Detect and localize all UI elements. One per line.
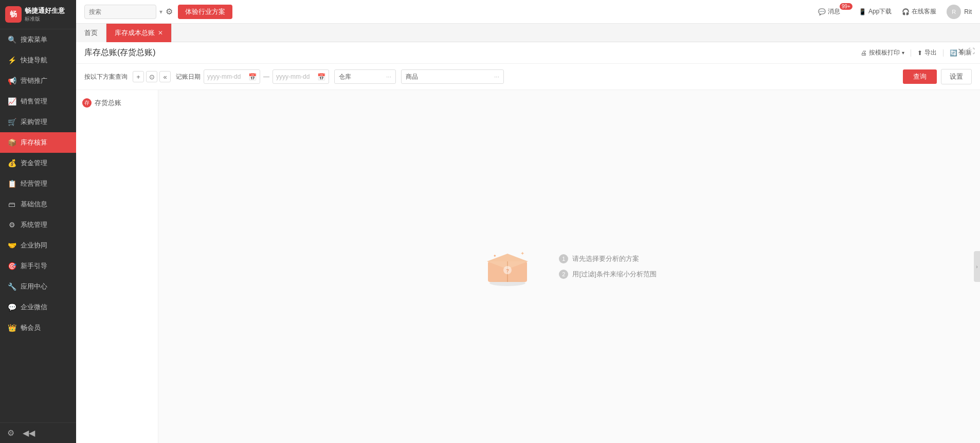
scheme-manage-btn[interactable]: ⊙: [146, 71, 157, 82]
sidebar-item-marketing[interactable]: 📢 营销推广: [0, 70, 76, 91]
export-icon: ⬆: [917, 49, 922, 57]
filter-product-group: 商品 ···: [401, 69, 504, 84]
settings-bottom-icon[interactable]: ⚙: [7, 428, 14, 438]
filter-date-start[interactable]: yyyy-mm-dd 📅: [204, 69, 260, 84]
filter-bar: 按以下方案查询 + ⊙ « 记账日期 yyyy-mm-dd 📅 — yyyy-m…: [76, 64, 980, 90]
empty-icon-area: ? ✦ ✦: [482, 241, 543, 292]
wecom-icon: 💬: [7, 303, 16, 312]
topbar-search-input[interactable]: [84, 5, 156, 19]
topbar-chevron-icon[interactable]: ▾: [159, 8, 162, 15]
sidebar-item-shortcut[interactable]: ⚡ 快捷导航: [0, 50, 76, 70]
sidebar-item-funds[interactable]: 💰 资金管理: [0, 153, 76, 173]
svg-text:✦: ✦: [493, 254, 497, 258]
print-icon: 🖨: [861, 49, 867, 57]
collab-icon: 🤝: [7, 241, 16, 250]
product-more-icon: ···: [494, 73, 499, 80]
topbar-right: 💬 消息 99+ 📱 App下载 🎧 在线客服 R Rit: [818, 5, 972, 19]
sidebar-item-member[interactable]: 👑 畅会员: [0, 317, 76, 338]
left-panel: 存 存货总账: [76, 90, 158, 443]
tab-home[interactable]: 首页: [76, 24, 106, 42]
message-icon: 💬: [818, 8, 826, 15]
left-panel-item-inventory[interactable]: 存 存货总账: [76, 94, 158, 112]
sidebar-item-collab[interactable]: 🤝 企业协同: [0, 235, 76, 256]
sidebar-item-system[interactable]: ⚙ 系统管理: [0, 215, 76, 235]
topbar-search-area: ▾ ⚙: [84, 5, 173, 19]
product-label: 商品: [406, 73, 418, 81]
phone-icon: 📱: [859, 8, 866, 15]
collapse-bottom-icon[interactable]: ◀◀: [23, 428, 35, 438]
content-body: 存 存货总账: [76, 90, 980, 443]
shortcut-icon: ⚡: [7, 56, 16, 65]
filter-scheme-label: 按以下方案查询: [84, 73, 128, 81]
scheme-add-btn[interactable]: +: [133, 71, 144, 82]
filter-warehouse-select[interactable]: 仓库 ···: [334, 69, 396, 84]
toggle-arrow-icon: ›: [976, 264, 977, 270]
sidebar-item-newbie[interactable]: 🎯 新手引导: [0, 256, 76, 276]
warehouse-more-icon: ···: [386, 73, 391, 80]
calendar-end-icon[interactable]: 📅: [317, 73, 325, 81]
home-tab-label: 首页: [84, 28, 98, 38]
divider-2: [943, 49, 943, 57]
empty-tip-2: 2 用[过滤]条件来缩小分析范围: [559, 270, 656, 279]
search-icon: 🔍: [7, 35, 16, 44]
print-btn[interactable]: 🖨 按模板打印 ▾: [861, 48, 904, 57]
sidebar: 畅 畅捷通好生意 标准版 🔍 搜索菜单 ⚡ 快捷导航 📢 营销推广 📈 销售管理…: [0, 0, 76, 443]
sidebar-item-basic[interactable]: 🗃 基础信息: [0, 194, 76, 215]
inventory-icon: 📦: [7, 138, 16, 147]
app-logo-icon: 畅: [5, 6, 22, 23]
newbie-icon: 🎯: [7, 261, 16, 271]
filter-date-end[interactable]: yyyy-mm-dd 📅: [273, 69, 329, 84]
inventory-panel-label: 存货总账: [95, 98, 121, 108]
system-icon: ⚙: [7, 220, 16, 229]
svg-text:?: ?: [506, 268, 509, 273]
user-avatar: R: [947, 5, 961, 19]
sidebar-item-inventory[interactable]: 📦 库存核算: [0, 132, 76, 153]
topbar-app-download[interactable]: 📱 App下载: [859, 7, 892, 16]
filter-product-select[interactable]: 商品 ···: [401, 69, 504, 84]
sidebar-item-purchase[interactable]: 🛒 采购管理: [0, 112, 76, 132]
sales-icon: 📈: [7, 97, 16, 106]
svg-text:✦: ✦: [520, 251, 524, 256]
export-btn[interactable]: ⬆ 导出: [917, 48, 937, 57]
right-sidebar-toggle[interactable]: ›: [974, 251, 980, 282]
empty-box-illustration: ? ✦ ✦: [482, 241, 533, 287]
sidebar-item-operations[interactable]: 📋 经营管理: [0, 173, 76, 194]
operations-icon: 📋: [7, 179, 16, 188]
page-title: 库存总账(存货总账): [84, 47, 156, 58]
page-content: 库存总账(存货总账) 🖨 按模板打印 ▾ ⬆ 导出 🔄 刷新: [76, 42, 980, 443]
topbar-gear-icon[interactable]: ⚙: [166, 7, 173, 16]
marketing-icon: 📢: [7, 76, 16, 85]
headset-icon: 🎧: [902, 8, 910, 15]
print-chevron-icon: ▾: [902, 50, 904, 56]
page-close-btn[interactable]: ✕: [957, 46, 964, 56]
sidebar-logo: 畅 畅捷通好生意 标准版: [0, 0, 76, 29]
topbar-online-service[interactable]: 🎧 在线客服: [902, 7, 936, 16]
topbar-user-area[interactable]: R Rit: [947, 5, 972, 19]
tab-inventory-ledger[interactable]: 库存成本总账 ✕: [106, 24, 172, 42]
page-expand-btn[interactable]: ⛶: [968, 47, 975, 55]
setting-btn[interactable]: 设置: [941, 69, 972, 84]
right-panel: ? ✦ ✦ 1 请先选择要分析的方案 2 用[过滤]: [158, 90, 980, 443]
empty-tips: 1 请先选择要分析的方案 2 用[过滤]条件来缩小分析范围: [559, 254, 656, 279]
appstore-icon: 🔧: [7, 282, 16, 291]
scheme-collapse-btn[interactable]: «: [159, 71, 171, 82]
topbar-message[interactable]: 💬 消息 99+: [818, 7, 848, 16]
sidebar-item-sales[interactable]: 📈 销售管理: [0, 91, 76, 112]
topbar-username: Rit: [964, 8, 972, 15]
divider-1: [911, 49, 911, 57]
filter-scheme-actions: + ⊙ «: [133, 71, 171, 82]
basic-icon: 🗃: [7, 200, 16, 209]
sidebar-item-search[interactable]: 🔍 搜索菜单: [0, 29, 76, 50]
sidebar-item-appstore[interactable]: 🔧 应用中心: [0, 276, 76, 297]
industry-btn[interactable]: 体验行业方案: [178, 5, 232, 19]
purchase-icon: 🛒: [7, 117, 16, 127]
calendar-start-icon[interactable]: 📅: [248, 73, 257, 81]
inventory-ledger-tab-label: 库存成本总账: [115, 28, 155, 38]
tip-num-1: 1: [559, 254, 568, 263]
filter-actions: 查询 设置: [903, 69, 972, 84]
tab-close-icon[interactable]: ✕: [158, 29, 163, 37]
query-btn[interactable]: 查询: [903, 69, 937, 84]
page-close-area: ✕ ⛶: [952, 42, 980, 60]
topbar: ▾ ⚙ 体验行业方案 💬 消息 99+ 📱 App下载 🎧 在线客服 R Rit: [76, 0, 980, 24]
sidebar-item-wecom[interactable]: 💬 企业微信: [0, 297, 76, 317]
